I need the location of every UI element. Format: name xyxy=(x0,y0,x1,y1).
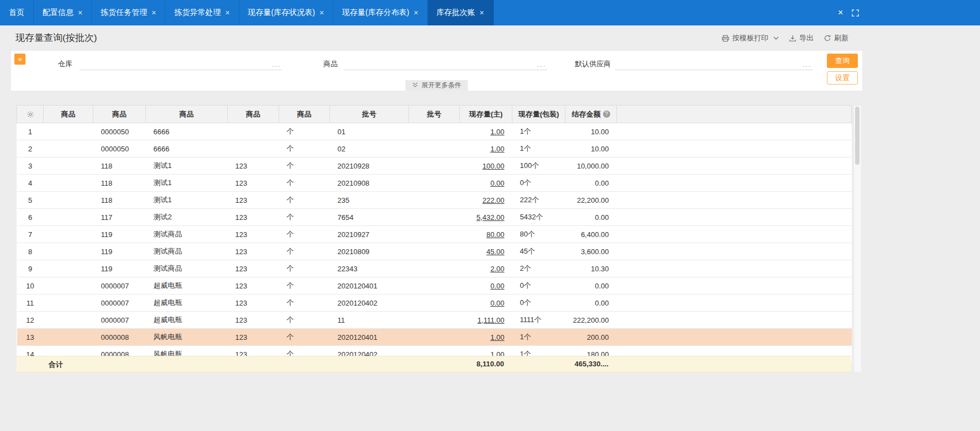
help-icon[interactable]: ? xyxy=(603,111,610,118)
qty-main-link[interactable]: 0.00 xyxy=(490,282,504,290)
grid-cell: 123 xyxy=(228,295,279,312)
column-settings-header[interactable] xyxy=(17,106,44,123)
grid-cell[interactable]: 0.00 xyxy=(460,175,512,192)
grid-cell[interactable]: 5,432.00 xyxy=(460,209,512,226)
tab-5[interactable]: 现存量(库存分布表)× xyxy=(333,0,428,25)
qty-main-link[interactable]: 45.00 xyxy=(486,248,505,256)
tab-strip: 首页配置信息×拣货任务管理×拣货异常处理×现存量(库存状况表)×现存量(库存分布… xyxy=(0,0,980,25)
expand-more-conditions[interactable]: 展开更多条件 xyxy=(406,80,468,91)
qty-main-link[interactable]: 222.00 xyxy=(483,196,505,204)
warehouse-picker-ellipsis[interactable]: ... xyxy=(271,61,282,70)
vertical-scrollbar[interactable] xyxy=(853,105,862,372)
grid-cell: 个 xyxy=(279,243,330,260)
table-row[interactable]: 200000506666个021.001个10.00 xyxy=(17,140,852,157)
table-row[interactable]: 7119测试商品123个2021092780.0080个6,400.00 xyxy=(17,226,852,243)
column-header[interactable]: 批号 xyxy=(330,106,409,123)
column-header[interactable]: 结存金额? xyxy=(565,106,617,123)
grid-cell: 个 xyxy=(279,140,330,157)
goods-picker-ellipsis[interactable]: ... xyxy=(536,61,547,70)
chevron-down-icon[interactable] xyxy=(773,36,779,40)
grid-cell: 超威电瓶 xyxy=(146,277,228,295)
default-supplier-label: 默认供应商 xyxy=(575,59,611,69)
filler-cell xyxy=(617,140,852,157)
tab-close-icon[interactable]: × xyxy=(78,9,82,17)
default-supplier-input[interactable]: ... xyxy=(615,56,813,70)
grid-cell[interactable]: 0.00 xyxy=(460,277,512,295)
qty-main-link[interactable]: 5,432.00 xyxy=(476,213,505,222)
grid-cell[interactable]: 2.00 xyxy=(460,260,512,277)
row-number: 7 xyxy=(17,226,44,243)
supplier-picker-ellipsis[interactable]: ... xyxy=(801,61,813,70)
tab-close-icon[interactable]: × xyxy=(413,9,418,17)
qty-main-link[interactable]: 100.00 xyxy=(483,162,505,170)
qty-main-link[interactable]: 1.00 xyxy=(490,128,504,136)
table-row[interactable]: 100000007超威电瓶123个20201204010.000个0.00 xyxy=(17,277,852,295)
qty-main-link[interactable]: 0.00 xyxy=(490,179,504,187)
column-header[interactable]: 商品 xyxy=(279,106,330,123)
grid-cell[interactable]: 222.00 xyxy=(460,192,512,209)
printer-icon xyxy=(721,34,730,43)
tab-6[interactable]: 库存批次账× xyxy=(428,0,494,25)
tab-close-icon[interactable]: × xyxy=(319,9,324,17)
table-row[interactable]: 9119测试商品123个223432.002个10.30 xyxy=(17,260,852,277)
table-row[interactable]: 3118测试1123个20210928100.00100个10,000.00 xyxy=(17,157,852,175)
column-header[interactable]: 商品 xyxy=(228,106,279,123)
grid-cell[interactable]: 1.00 xyxy=(460,123,512,140)
grid-cell[interactable]: 1.00 xyxy=(460,329,512,346)
grid-cell: 45个 xyxy=(512,243,565,260)
column-header-label: 现存量(包装) xyxy=(518,110,559,118)
column-header[interactable]: 商品 xyxy=(146,106,228,123)
collapse-panel-button[interactable]: » xyxy=(14,54,25,65)
grid-cell: 235 xyxy=(330,192,409,209)
tab-3[interactable]: 拣货异常处理× xyxy=(165,0,239,25)
grid-cell[interactable]: 1,111.00 xyxy=(460,312,512,329)
qty-main-link[interactable]: 2.00 xyxy=(490,265,504,273)
fullscreen-icon[interactable] xyxy=(852,9,859,17)
tab-0[interactable]: 首页 xyxy=(0,0,34,25)
scrollbar-thumb[interactable] xyxy=(855,107,860,165)
table-row[interactable]: 4118测试1123个202109080.000个0.00 xyxy=(17,175,852,192)
table-row[interactable]: 5118测试1123个235222.00222个22,200.00 xyxy=(17,192,852,209)
export-button[interactable]: 导出 xyxy=(789,33,814,43)
table-row[interactable]: 110000007超威电瓶123个20201204020.000个0.00 xyxy=(17,295,852,312)
grid-cell: 5432个 xyxy=(512,209,565,226)
grid-cell[interactable]: 45.00 xyxy=(460,243,512,260)
print-by-template-button[interactable]: 按模板打印 xyxy=(721,33,779,43)
qty-main-link[interactable]: 1,111.00 xyxy=(478,316,505,324)
tab-close-icon[interactable]: × xyxy=(151,9,156,17)
grid-cell: 0000050 xyxy=(93,123,146,140)
refresh-button[interactable]: 刷新 xyxy=(824,33,848,43)
warehouse-input[interactable]: ... xyxy=(80,56,282,70)
column-header[interactable]: 现存量(包装) xyxy=(512,106,565,123)
query-button[interactable]: 查询 xyxy=(827,54,858,68)
grid-cell: 个 xyxy=(279,226,330,243)
table-row[interactable]: 120000007超威电瓶123个111,111.001111个222,200.… xyxy=(17,312,852,329)
tab-2[interactable]: 拣货任务管理× xyxy=(92,0,165,25)
qty-main-link[interactable]: 1.00 xyxy=(490,145,504,153)
table-row[interactable]: 130000008风帆电瓶123个20201204011.001个200.00 xyxy=(17,329,852,346)
table-row[interactable]: 6117测试2123个76545,432.005432个0.00 xyxy=(17,209,852,226)
gear-icon[interactable] xyxy=(27,111,34,118)
qty-main-link[interactable]: 0.00 xyxy=(490,299,504,307)
qty-main-link[interactable]: 80.00 xyxy=(486,230,505,239)
goods-input[interactable]: ... xyxy=(344,56,547,70)
column-header[interactable]: 现存量(主) xyxy=(460,106,512,123)
column-header-label: 批号 xyxy=(362,110,376,118)
column-header[interactable]: 批号 xyxy=(409,106,460,123)
row-number: 5 xyxy=(17,192,44,209)
column-header[interactable]: 商品 xyxy=(44,106,93,123)
qty-main-link[interactable]: 1.00 xyxy=(490,333,504,341)
tab-1[interactable]: 配置信息× xyxy=(34,0,92,25)
table-row[interactable]: 8119测试商品123个2021080945.0045个3,600.00 xyxy=(17,243,852,260)
grid-cell[interactable]: 1.00 xyxy=(460,140,512,157)
tab-close-icon[interactable]: × xyxy=(225,9,229,17)
settings-button[interactable]: 设置 xyxy=(827,71,858,85)
close-icon[interactable]: × xyxy=(838,8,843,17)
grid-cell[interactable]: 0.00 xyxy=(460,295,512,312)
tab-4[interactable]: 现存量(库存状况表)× xyxy=(239,0,334,25)
tab-close-icon[interactable]: × xyxy=(480,9,484,17)
grid-cell[interactable]: 100.00 xyxy=(460,157,512,175)
table-row[interactable]: 100000506666个011.001个10.00 xyxy=(17,123,852,140)
column-header[interactable]: 商品 xyxy=(93,106,146,123)
grid-cell[interactable]: 80.00 xyxy=(460,226,512,243)
